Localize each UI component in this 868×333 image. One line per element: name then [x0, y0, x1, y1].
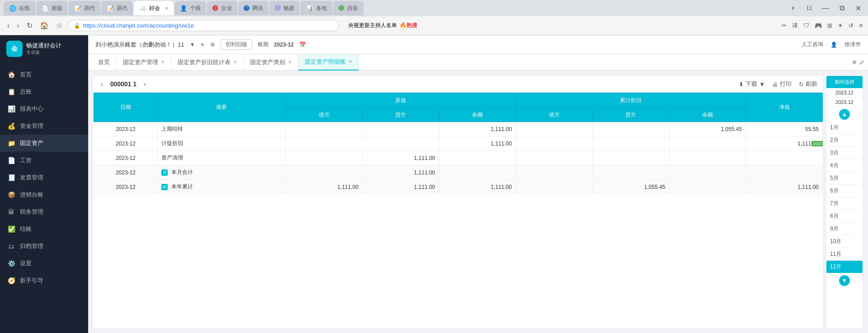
browser-tab-2[interactable]: 📝 易代	[69, 1, 100, 15]
download-button[interactable]: ⬇ 下载 ▼	[739, 80, 765, 88]
url-box[interactable]: 🔒 https://cloud.chanjet.com/accounting/u…	[68, 20, 339, 31]
page-tab-asset-category-close[interactable]: ✕	[288, 60, 292, 65]
sidebar-item-ledger[interactable]: 📋 总账	[0, 83, 88, 100]
row1-summary: 上期结转	[158, 122, 286, 136]
sidebar-item-guide[interactable]: 🧭 新手引导	[0, 272, 88, 289]
period-month-7[interactable]: 7月	[826, 197, 863, 210]
sidebar-item-tax[interactable]: 🏛 税务管理	[0, 203, 88, 220]
window-minimize-button[interactable]: —	[819, 2, 832, 14]
window-close-button[interactable]: ✕	[852, 2, 864, 14]
sidebar-item-closing[interactable]: ✅ 结账	[0, 220, 88, 238]
menu-icon[interactable]: ≡	[859, 22, 863, 29]
browser-tab-5[interactable]: 👤 个税	[175, 1, 206, 15]
col-acc-balance: 余额	[669, 108, 746, 122]
sidebar-item-invoice[interactable]: 🧾 发票管理	[0, 169, 88, 186]
browser-tab-10[interactable]: 🅢 目前	[333, 1, 363, 15]
browser-tab-7[interactable]: 🅣 腾讯	[238, 1, 269, 15]
browser-tab-8[interactable]: Ⓜ 畅捷	[269, 1, 300, 15]
back-button[interactable]: ‹	[5, 20, 11, 32]
tab-close-4[interactable]: ✕	[165, 6, 168, 11]
game-icon[interactable]: 🎮	[815, 22, 822, 29]
row3-acc-balance	[669, 151, 746, 165]
purchase-sales-icon: 📦	[7, 191, 15, 199]
search-bar[interactable]: 央视更新主持人名单 🔥热搜	[348, 22, 417, 29]
shield-icon[interactable]: 🛡	[803, 22, 809, 29]
print-button[interactable]: 🖨 打印	[772, 80, 792, 88]
row3-acc-credit	[592, 151, 669, 165]
add-company-button[interactable]: +	[200, 41, 204, 49]
user-avatar[interactable]: 👤	[830, 42, 837, 48]
consult-label[interactable]: 人工咨询	[802, 41, 823, 48]
tab-minimize-button[interactable]: 11	[803, 2, 816, 14]
browser-tab-9[interactable]: 📊 各地	[301, 1, 332, 15]
period-up-button[interactable]: ▲	[839, 109, 850, 120]
period-month-11[interactable]: 11月	[826, 248, 863, 261]
sidebar-item-funds[interactable]: 💰 资金管理	[0, 117, 88, 135]
period-month-10[interactable]: 10月	[826, 235, 863, 248]
username-label: 徐泽华	[844, 41, 861, 48]
window-restore-button[interactable]: ⧉	[835, 2, 848, 14]
col-net-value: 净值	[746, 93, 823, 122]
grid-icon[interactable]: ⊞	[827, 22, 832, 29]
settings-btn[interactable]: ⚙	[210, 42, 215, 48]
table-row: 2023-12 上期结转 1,111.00 1,055.45 55.55	[94, 122, 823, 136]
row1-acc-debit	[516, 122, 593, 136]
page-tab-depreciation-stat-close[interactable]: ✕	[233, 60, 237, 65]
period-down-button[interactable]: ▼	[839, 275, 850, 286]
period-month-3[interactable]: 3月	[826, 147, 863, 159]
period-month-6[interactable]: 6月	[826, 185, 863, 197]
expand-icon[interactable]: ▼	[189, 42, 195, 48]
browser-tab-3[interactable]: 📝 易代	[101, 1, 133, 15]
page-tab-asset-category[interactable]: 固定资产类别 ✕	[244, 54, 298, 70]
switch-version-button[interactable]: 切到旧版	[221, 39, 252, 50]
period-month-5[interactable]: 5月	[826, 172, 863, 185]
new-tab-button[interactable]: +	[787, 2, 799, 14]
home-button[interactable]: 🏠	[38, 19, 51, 32]
page-tab-asset-detail[interactable]: 固定资产明细账 ✕	[298, 54, 359, 70]
scissors-icon[interactable]: ✂	[782, 22, 787, 29]
sidebar-item-payroll[interactable]: 📄 工资	[0, 152, 88, 169]
row4-acc-credit	[592, 165, 669, 180]
tab-menu-icon[interactable]: ✕	[852, 59, 857, 66]
browser-tab-6[interactable]: 🅒 企业	[207, 1, 237, 15]
translate-icon[interactable]: 译	[792, 22, 798, 30]
forward-button[interactable]: ›	[15, 20, 21, 32]
refresh-button[interactable]: ↻ 刷新	[799, 80, 817, 88]
page-tab-home[interactable]: 首页	[92, 54, 117, 70]
browser-tab-0[interactable]: 🌐 在线	[4, 1, 35, 15]
period-month-1[interactable]: 1月	[826, 122, 863, 134]
row4-acc-balance	[669, 165, 746, 180]
period-month-4[interactable]: 4月	[826, 159, 863, 172]
next-account-button[interactable]: ›	[142, 80, 148, 89]
row5-orig-balance: 1,111.00	[439, 180, 516, 194]
download-icon: ⬇	[739, 81, 744, 88]
page-tab-asset-detail-close[interactable]: ✕	[349, 59, 352, 64]
period-month-12[interactable]: 12月	[826, 261, 863, 273]
tab-expand-icon[interactable]: ⤢	[859, 59, 864, 66]
sidebar-item-purchase-sales[interactable]: 📦 进销台账	[0, 186, 88, 203]
sidebar-item-home[interactable]: 🏠 首页	[0, 66, 88, 83]
theme-icon[interactable]: ☀	[838, 22, 843, 29]
row3-orig-balance	[439, 151, 516, 165]
browser-tab-4[interactable]: ☁️ 好会 ✕	[134, 1, 174, 15]
browser-tab-1[interactable]: 📄 新版	[36, 1, 68, 15]
page-tab-asset-mgmt[interactable]: 固定资产管理 ✕	[117, 54, 171, 70]
page-tab-asset-mgmt-close[interactable]: ✕	[161, 60, 165, 65]
period-month-9[interactable]: 9月	[826, 223, 863, 235]
sidebar-item-archive[interactable]: 🗂 归档管理	[0, 238, 88, 255]
reload-button[interactable]: ↻	[25, 19, 34, 32]
calendar-icon[interactable]: 📅	[299, 42, 306, 48]
period-month-2[interactable]: 2月	[826, 134, 863, 147]
tab-label-10: 目前	[347, 5, 358, 12]
prev-account-button[interactable]: ‹	[99, 80, 105, 89]
sync-icon[interactable]: ↺	[849, 22, 854, 29]
row5-orig-debit: 1,111.00	[286, 180, 363, 194]
period-month-8[interactable]: 8月	[826, 210, 863, 223]
sidebar-item-assets[interactable]: 📁 固定资产	[0, 135, 88, 152]
page-tab-depreciation-stat[interactable]: 固定资产折旧统计表 ✕	[171, 54, 244, 70]
sidebar-item-settings[interactable]: ⚙️ 设置	[0, 255, 88, 272]
sidebar-item-reports[interactable]: 📊 报表中心	[0, 100, 88, 117]
bookmark-button[interactable]: ☆	[54, 19, 64, 32]
search-text: 央视更新主持人名单	[348, 22, 397, 29]
browser-toolbar-right: ✂ 译 🛡 🎮 ⊞ ☀ ↺ ≡	[782, 22, 863, 30]
